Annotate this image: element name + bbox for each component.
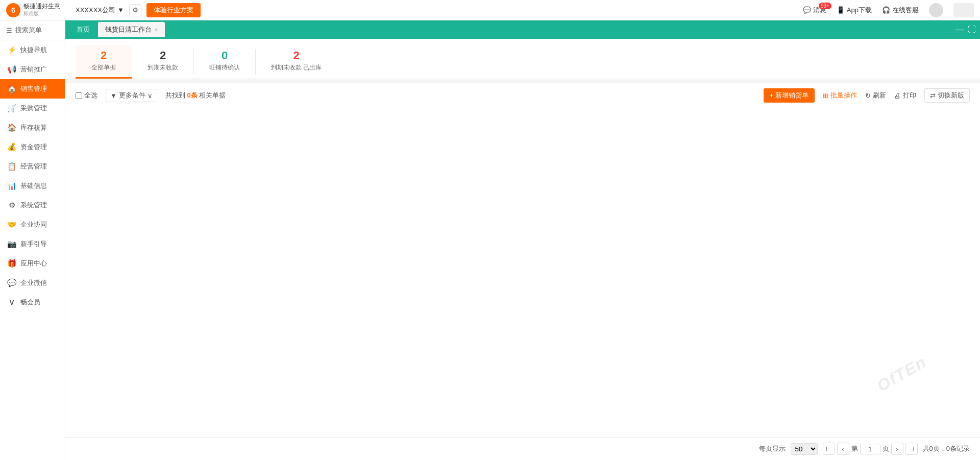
sidebar-item-quick-nav[interactable]: ⚡ 快捷导航 <box>0 40 65 60</box>
inventory-label: 库存核算 <box>20 123 47 132</box>
wechat-label: 企业微信 <box>20 278 47 287</box>
settings-icon[interactable]: ⚙ <box>129 4 141 16</box>
sidebar-item-basic-info[interactable]: 📊 基础信息 <box>0 176 65 196</box>
table-area <box>65 108 980 437</box>
first-page-btn[interactable]: ⊢ <box>823 443 835 455</box>
app-center-label: 应用中心 <box>20 259 47 268</box>
sidebar-item-operations[interactable]: 📋 经营管理 <box>0 157 65 176</box>
tab-minimize-icon[interactable]: — <box>955 25 964 34</box>
refresh-label: 刷新 <box>873 91 886 100</box>
tab-home[interactable]: 首页 <box>69 22 97 37</box>
marketing-label: 营销推广 <box>20 65 47 74</box>
basic-info-label: 基础信息 <box>20 181 47 190</box>
sidebar-search[interactable]: ☰ 搜索菜单 <box>0 20 65 40</box>
sidebar-item-wechat[interactable]: 💬 企业微信 <box>0 273 65 293</box>
tab-close-icon[interactable]: × <box>155 27 158 33</box>
vip-label: 畅会员 <box>20 298 40 307</box>
filter-button[interactable]: ▼ 更多条件 ∨ <box>106 89 157 102</box>
add-sale-button[interactable]: + 新增销货单 <box>764 88 815 103</box>
stat-num-overdue: 2 <box>160 49 166 62</box>
company-name: XXXXXX公司 <box>76 6 115 15</box>
select-all-checkbox[interactable] <box>76 92 82 99</box>
home-tab-label: 首页 <box>77 25 90 34</box>
page-label-end: 页 <box>883 444 889 453</box>
print-label: 打印 <box>903 91 916 100</box>
select-all-area[interactable]: 全选 <box>76 91 97 100</box>
refresh-icon: ↻ <box>865 92 871 100</box>
sidebar-item-app-center[interactable]: 🎁 应用中心 <box>0 254 65 273</box>
marketing-icon: 📢 <box>7 65 16 74</box>
page-label-first: 第 <box>851 444 858 453</box>
header-left: 6 畅捷通好生意 标准版 XXXXXX公司 ▼ ⚙ 体验行业方案 <box>6 3 201 18</box>
top-header: 6 畅捷通好生意 标准版 XXXXXX公司 ▼ ⚙ 体验行业方案 💬 消息 99… <box>0 0 980 20</box>
stat-tab-overdue[interactable]: 2 到期未收款 <box>132 45 193 79</box>
select-all-label: 全选 <box>84 91 97 100</box>
operations-label: 经营管理 <box>20 162 47 171</box>
stat-tab-overdue-out[interactable]: 2 到期未收款 已出库 <box>256 45 337 79</box>
app-center-icon: 🎁 <box>7 259 16 268</box>
finance-label: 资金管理 <box>20 142 47 152</box>
main-layout: ☰ 搜索菜单 ⚡ 快捷导航 📢 营销推广 🏠 销售管理 🛒 采购管理 🏠 库存核… <box>0 20 980 460</box>
tab-expand-icon[interactable]: ⛶ <box>968 25 976 34</box>
batch-icon: ⊞ <box>823 92 828 100</box>
next-page-btn[interactable]: › <box>891 443 903 455</box>
stat-tab-pending[interactable]: 0 旺铺待确认 <box>194 45 255 79</box>
sidebar-item-finance[interactable]: 💰 资金管理 <box>0 137 65 157</box>
header-right: 💬 消息 99+ 📱 App下载 🎧 在线客服 <box>803 3 974 17</box>
user-name[interactable] <box>953 3 974 17</box>
active-tab-label: 钱货日清工作台 <box>105 25 152 34</box>
newbie-icon: 📷 <box>7 239 16 249</box>
sales-label: 销售管理 <box>20 84 47 93</box>
stat-label-overdue: 到期未收款 <box>148 63 178 72</box>
purchase-label: 采购管理 <box>20 104 47 113</box>
sidebar-item-inventory[interactable]: 🏠 库存核算 <box>0 118 65 137</box>
filter-label: 更多条件 <box>119 91 145 100</box>
stat-tab-all[interactable]: 2 全部单据 <box>76 45 132 79</box>
online-service[interactable]: 🎧 在线客服 <box>882 6 919 15</box>
switch-version-btn[interactable]: ⇄ 切换新版 <box>924 88 970 103</box>
company-selector[interactable]: XXXXXX公司 ▼ <box>76 6 124 15</box>
app-download[interactable]: 📱 App下载 <box>837 6 872 15</box>
avatar[interactable] <box>929 3 943 17</box>
per-page-select[interactable]: 50 10 20 100 <box>791 443 818 455</box>
inventory-icon: 🏠 <box>7 123 16 132</box>
quick-nav-icon: ⚡ <box>7 45 16 55</box>
sidebar-item-purchase[interactable]: 🛒 采购管理 <box>0 99 65 118</box>
quick-nav-label: 快捷导航 <box>20 45 47 55</box>
logo-area: 6 畅捷通好生意 标准版 <box>6 3 60 18</box>
stat-num-pending: 0 <box>222 49 228 62</box>
total-info: 共0页，0条记录 <box>923 444 970 453</box>
switch-label: 切换新版 <box>938 91 964 100</box>
stat-num-all: 2 <box>101 49 107 62</box>
purchase-icon: 🛒 <box>7 104 16 113</box>
trial-button[interactable]: 体验行业方案 <box>146 3 201 17</box>
service-icon: 🎧 <box>882 6 890 14</box>
tab-bar-right: — ⛶ <box>955 25 976 34</box>
message-area[interactable]: 💬 消息 99+ <box>803 6 826 15</box>
tab-bar: 首页 钱货日清工作台 × — ⛶ <box>65 20 980 39</box>
sidebar-item-newbie[interactable]: 📷 新手引导 <box>0 234 65 254</box>
system-icon: ⚙ <box>7 201 16 210</box>
toolbar-right: + 新增销货单 ⊞ 批量操作 ↻ 刷新 🖨 打印 ⇄ <box>764 88 970 103</box>
content-area: 首页 钱货日清工作台 × — ⛶ 2 全部单据 2 <box>65 20 980 460</box>
sidebar-item-enterprise[interactable]: 🤝 企业协同 <box>0 215 65 234</box>
app-name: 畅捷通好生意 <box>23 3 60 11</box>
last-page-btn[interactable]: ⊣ <box>905 443 918 455</box>
app-download-label: App下载 <box>847 6 872 15</box>
sidebar-item-system[interactable]: ⚙ 系统管理 <box>0 196 65 215</box>
sidebar: ☰ 搜索菜单 ⚡ 快捷导航 📢 营销推广 🏠 销售管理 🛒 采购管理 🏠 库存核… <box>0 20 65 460</box>
sidebar-item-sales[interactable]: 🏠 销售管理 <box>0 79 65 99</box>
newbie-label: 新手引导 <box>20 239 47 249</box>
print-btn[interactable]: 🖨 打印 <box>894 91 916 100</box>
page-input[interactable] <box>860 444 880 454</box>
tab-active[interactable]: 钱货日清工作台 × <box>98 22 165 37</box>
filter-dropdown-icon: ∨ <box>148 92 153 100</box>
batch-action-btn[interactable]: ⊞ 批量操作 <box>823 91 857 100</box>
stats-tabs: 2 全部单据 2 到期未收款 0 旺铺待确认 2 到期未收款 已出库 <box>65 39 980 79</box>
print-icon: 🖨 <box>894 92 901 100</box>
sidebar-item-vip[interactable]: V 畅会员 <box>0 293 65 312</box>
refresh-btn[interactable]: ↻ 刷新 <box>865 91 886 100</box>
sidebar-item-marketing[interactable]: 📢 营销推广 <box>0 60 65 79</box>
prev-page-btn[interactable]: ‹ <box>837 443 849 455</box>
system-label: 系统管理 <box>20 201 47 210</box>
